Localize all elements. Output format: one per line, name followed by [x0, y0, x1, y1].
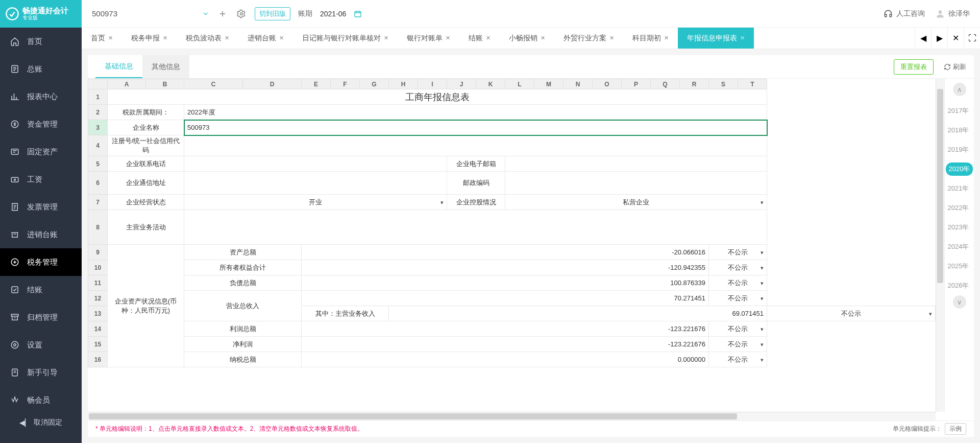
- cell-value[interactable]: 100.876339: [302, 275, 709, 291]
- add-icon[interactable]: [217, 8, 228, 19]
- tab-close-icon[interactable]: ✕: [486, 35, 491, 41]
- year-option[interactable]: 2026年: [946, 276, 973, 295]
- tabs-scroll-left[interactable]: ◀: [915, 28, 931, 49]
- row-header[interactable]: 15: [88, 337, 108, 352]
- year-option[interactable]: 2017年: [946, 101, 973, 121]
- tabs-scroll-right[interactable]: ▶: [931, 28, 947, 49]
- old-version-button[interactable]: 切到旧版: [255, 7, 290, 20]
- user-menu[interactable]: 徐泽华: [935, 9, 970, 19]
- tab-close-icon[interactable]: ✕: [664, 35, 669, 41]
- year-option[interactable]: 2022年: [946, 198, 973, 218]
- spreadsheet[interactable]: ABCDEFGHIJKLMNOPQRST1工商年报信息表2税款所属期间：2022…: [88, 79, 936, 412]
- sidebar-item-chart[interactable]: 报表中心: [0, 83, 82, 110]
- col-header[interactable]: H: [389, 79, 418, 89]
- year-option[interactable]: 2019年: [946, 140, 973, 159]
- row-header[interactable]: 4: [88, 135, 108, 156]
- reset-report-button[interactable]: 重置报表: [894, 59, 934, 75]
- row-header[interactable]: 12: [88, 291, 108, 306]
- year-down-icon[interactable]: ∨: [953, 295, 966, 309]
- cell-dropdown[interactable]: 不公示: [709, 352, 767, 367]
- row-header[interactable]: 6: [88, 172, 108, 195]
- tab-close-icon[interactable]: ✕: [279, 35, 284, 41]
- sidebar-item-vip[interactable]: 畅会员: [0, 386, 82, 414]
- year-option[interactable]: 2018年: [946, 121, 973, 140]
- tab-7[interactable]: 小畅报销✕: [500, 28, 554, 49]
- gear-icon[interactable]: [236, 8, 247, 19]
- row-header[interactable]: 9: [88, 245, 108, 260]
- col-header[interactable]: C: [184, 79, 243, 89]
- sidebar-item-home[interactable]: 首页: [0, 28, 82, 55]
- tab-close-icon[interactable]: ✕: [740, 35, 745, 41]
- col-header[interactable]: T: [738, 79, 767, 89]
- cell-dropdown[interactable]: 不公示: [709, 291, 767, 306]
- tab-close-icon[interactable]: ✕: [225, 35, 229, 41]
- sidebar-item-guide[interactable]: 新手引导: [0, 359, 82, 386]
- tab-close-icon[interactable]: ✕: [541, 35, 545, 41]
- cell-value[interactable]: 2022年度: [184, 105, 767, 120]
- cell-input[interactable]: [184, 135, 767, 156]
- col-header[interactable]: D: [243, 79, 302, 89]
- year-option[interactable]: 2024年: [946, 237, 973, 257]
- tab-5[interactable]: 银行对账单✕: [398, 28, 459, 49]
- example-button[interactable]: 示例: [945, 423, 966, 435]
- tab-close-icon[interactable]: ✕: [609, 35, 614, 41]
- tab-2[interactable]: 税负波动表✕: [177, 28, 238, 49]
- row-header[interactable]: 16: [88, 352, 108, 367]
- col-header[interactable]: S: [709, 79, 738, 89]
- col-header[interactable]: E: [302, 79, 331, 89]
- col-header[interactable]: I: [418, 79, 447, 89]
- tab-close-icon[interactable]: ✕: [446, 35, 450, 41]
- horizontal-scrollbar[interactable]: [88, 412, 936, 421]
- sidebar-item-gear[interactable]: 设置: [0, 331, 82, 359]
- cell-value[interactable]: 0.000000: [302, 352, 709, 367]
- cell-dropdown[interactable]: 不公示: [709, 337, 767, 352]
- year-option[interactable]: 2021年: [946, 179, 973, 198]
- col-header[interactable]: K: [476, 79, 505, 89]
- row-header[interactable]: 14: [88, 321, 108, 337]
- year-option[interactable]: 2020年: [946, 162, 973, 176]
- row-header[interactable]: 8: [88, 210, 108, 245]
- row-header[interactable]: 11: [88, 275, 108, 291]
- tab-3[interactable]: 进销台账✕: [238, 28, 293, 49]
- cell-value[interactable]: -120.942355: [302, 260, 709, 275]
- year-option[interactable]: 2025年: [946, 257, 973, 276]
- col-header[interactable]: R: [680, 79, 709, 89]
- tab-1[interactable]: 税务申报✕: [122, 28, 177, 49]
- tab-4[interactable]: 日记账与银行对账单核对✕: [293, 28, 398, 49]
- tab-9[interactable]: 科目期初✕: [623, 28, 678, 49]
- sidebar-item-salary[interactable]: 工资: [0, 166, 82, 193]
- sidebar-item-stock[interactable]: 进销台账: [0, 221, 82, 248]
- sidebar-item-invoice[interactable]: 发票管理: [0, 193, 82, 221]
- row-header[interactable]: 2: [88, 105, 108, 120]
- tab-10[interactable]: 年报信息申报表✕: [678, 28, 754, 49]
- col-header[interactable]: G: [360, 79, 389, 89]
- cell-dropdown[interactable]: 开业: [184, 195, 447, 210]
- cell-value[interactable]: 70.271451: [302, 291, 709, 306]
- cell-input[interactable]: 500973: [184, 120, 767, 135]
- cell-input[interactable]: [505, 156, 767, 172]
- col-header[interactable]: L: [505, 79, 534, 89]
- sidebar-item-tax[interactable]: 税务管理: [0, 248, 82, 276]
- tab-6[interactable]: 结账✕: [459, 28, 500, 49]
- cell-value[interactable]: -123.221676: [302, 337, 709, 352]
- sidebar-item-ledger[interactable]: 总账: [0, 55, 82, 83]
- cell-dropdown[interactable]: 不公示: [709, 260, 767, 275]
- col-header[interactable]: M: [534, 79, 564, 89]
- tab-close-icon[interactable]: ✕: [163, 35, 167, 41]
- sidebar-item-money[interactable]: 资金管理: [0, 110, 82, 138]
- cell-dropdown[interactable]: 不公示: [709, 275, 767, 291]
- refresh-button[interactable]: 刷新: [944, 62, 966, 72]
- col-header[interactable]: A: [108, 79, 146, 89]
- company-selector[interactable]: 500973: [92, 6, 209, 21]
- row-header[interactable]: 1: [88, 89, 108, 105]
- cell-dropdown[interactable]: 不公示: [709, 321, 767, 337]
- col-header[interactable]: Q: [651, 79, 680, 89]
- cell-input[interactable]: [505, 172, 767, 195]
- cell-value[interactable]: 69.071451: [389, 306, 767, 321]
- unpin-button[interactable]: ◀▏取消固定: [0, 412, 82, 433]
- subtab-other[interactable]: 其他信息: [142, 55, 189, 78]
- tab-close-icon[interactable]: ✕: [384, 35, 388, 41]
- cell-value[interactable]: -20.066016: [302, 245, 709, 260]
- year-up-icon[interactable]: ∧: [953, 83, 966, 96]
- calendar-icon[interactable]: [354, 10, 362, 18]
